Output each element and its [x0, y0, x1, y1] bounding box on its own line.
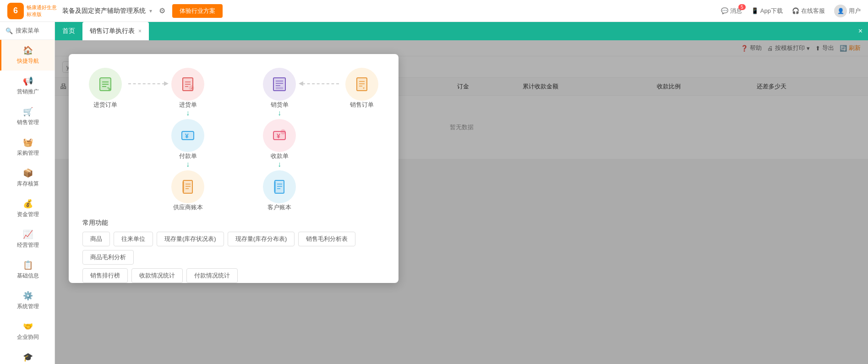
receipt-bill-label: 收款单 — [271, 152, 289, 160]
tab-close-icon[interactable]: × — [138, 28, 142, 34]
sidebar-item-label: 经营管理 — [17, 241, 39, 249]
basic-info-icon: 📋 — [23, 260, 33, 270]
logo-text: 畅康通好生意 标准版 — [27, 4, 57, 17]
sales-order-label: 销售订单 — [350, 101, 374, 109]
sales-bill-icon — [263, 68, 296, 101]
system-title-area: 装备及固定资产辅助管理系统 ▾ ⚙ 体验行业方案 — [62, 4, 721, 18]
func-button-0[interactable]: 商品 — [82, 232, 110, 246]
sidebar: 🔍 搜索菜单 🏠 快捷导航 📢 营销推广 🛒 销售管理 🧺 采购管理 📦 库存核… — [0, 22, 55, 364]
payment-bill-icon: ¥ — [171, 119, 204, 152]
sidebar-item-operation[interactable]: 📈 经营管理 — [0, 224, 55, 255]
operation-icon: 📈 — [23, 229, 33, 239]
sales-order-icon — [345, 68, 378, 101]
sidebar-item-purchase[interactable]: 🧺 采购管理 — [0, 132, 55, 163]
func-buttons-row1: 商品往来单位现存量(库存状况表)现存量(库存分布表)销售毛利分析表商品毛利分析 — [82, 232, 385, 265]
sidebar-item-label: 系统管理 — [17, 303, 39, 310]
func-button-4[interactable]: 销售毛利分析表 — [298, 232, 355, 246]
func-buttons-row2: 销售排行榜收款情况统计付款情况统计 — [82, 268, 385, 283]
message-button[interactable]: 💬 消息 5 — [721, 7, 742, 15]
marketing-icon: 📢 — [23, 76, 33, 86]
app-download-button[interactable]: 📱 App下载 — [751, 7, 783, 15]
sales-icon: 🛒 — [23, 107, 33, 117]
flow-node-supplier-ledger[interactable]: 供应商账本 — [165, 170, 211, 212]
purchase-bill-icon: ✓ — [171, 68, 204, 101]
func-button-2[interactable]: 现存量(库存状况表) — [157, 232, 224, 246]
svg-rect-38 — [274, 181, 276, 192]
sidebar-item-sales[interactable]: 🛒 销售管理 — [0, 101, 55, 132]
purchase-icon: 🧺 — [23, 137, 33, 147]
header-right: 💬 消息 5 📱 App下载 🎧 在线客服 👤 用户 — [721, 5, 861, 17]
popup-overlay: 进货订单 ▶ — [55, 40, 868, 364]
sidebar-item-system[interactable]: ⚙️ 系统管理 — [0, 285, 55, 316]
supplier-ledger-icon — [171, 170, 204, 203]
payment-bill-label: 付款单 — [179, 152, 197, 160]
purchase-order-icon — [89, 68, 122, 101]
flow-node-customer-ledger[interactable]: 客户账本 — [257, 170, 302, 212]
svg-text:¥: ¥ — [277, 132, 280, 140]
logo-icon: 6 — [7, 3, 24, 19]
user-label: 用户 — [849, 7, 861, 15]
search-menu[interactable]: 🔍 搜索菜单 — [0, 22, 55, 40]
popup-box: 进货订单 ▶ — [69, 54, 399, 283]
tab-bar: 首页 销售订单执行表 × × — [55, 22, 868, 40]
flow-node-purchase-bill[interactable]: ✓ 进货单 — [165, 68, 211, 109]
svg-rect-36 — [275, 180, 284, 193]
capital-icon: 💰 — [23, 199, 33, 209]
system-dropdown-arrow[interactable]: ▾ — [149, 8, 152, 14]
flow-node-purchase-order[interactable]: 进货订单 — [82, 68, 128, 109]
flow-node-payment-bill[interactable]: ¥ 付款单 — [165, 119, 211, 160]
flow-node-sales-bill[interactable]: 销货单 — [257, 68, 302, 109]
func-button-5[interactable]: 商品毛利分析 — [82, 250, 134, 265]
sales-bill-label: 销货单 — [271, 101, 289, 109]
sidebar-item-quick-guide[interactable]: 🏠 快捷导航 — [0, 40, 55, 71]
tab-bar-close-button[interactable]: × — [858, 27, 863, 35]
func-button-7[interactable]: 收款情况统计 — [131, 268, 183, 283]
svg-rect-18 — [357, 78, 367, 91]
home-icon: 🏠 — [23, 45, 33, 55]
sidebar-item-newbie[interactable]: 🎓 新手引导 — [0, 347, 55, 364]
common-functions-title: 常用功能 — [82, 219, 385, 227]
svg-rect-30 — [183, 180, 192, 193]
sidebar-item-label: 库存核算 — [17, 180, 39, 188]
common-functions: 常用功能 商品往来单位现存量(库存状况表)现存量(库存分布表)销售毛利分析表商品… — [82, 219, 385, 283]
customer-ledger-label: 客户账本 — [267, 203, 291, 212]
message-badge: 5 — [738, 4, 746, 10]
enterprise-icon: 🤝 — [23, 321, 33, 331]
svg-point-29 — [281, 130, 285, 134]
tab-sales-order[interactable]: 销售订单执行表 × — [82, 22, 149, 40]
customer-ledger-icon — [263, 170, 296, 203]
page-content: ❓ 帮助 🖨 按模板打印 ▾ ⬆ 导出 🔄 刷新 — [55, 40, 868, 364]
sidebar-item-capital[interactable]: 💰 资金管理 — [0, 193, 55, 224]
sidebar-item-label: 销售管理 — [17, 119, 39, 126]
settings-icon[interactable]: ⚙ — [156, 5, 169, 17]
main-layout: 🔍 搜索菜单 🏠 快捷导航 📢 营销推广 🛒 销售管理 🧺 采购管理 📦 库存核… — [0, 22, 868, 364]
tab-home[interactable]: 首页 — [55, 22, 82, 40]
top-header: 6 畅康通好生意 标准版 装备及固定资产辅助管理系统 ▾ ⚙ 体验行业方案 💬 … — [0, 0, 868, 22]
sidebar-item-label: 资金管理 — [17, 211, 39, 218]
func-button-3[interactable]: 现存量(库存分布表) — [228, 232, 295, 246]
search-icon: 🔍 — [5, 27, 13, 34]
func-button-6[interactable]: 销售排行榜 — [82, 268, 128, 283]
func-button-1[interactable]: 往来单位 — [114, 232, 153, 246]
purchase-bill-label: 进货单 — [179, 101, 197, 109]
receipt-bill-icon: ¥ — [263, 119, 296, 152]
sidebar-item-enterprise[interactable]: 🤝 企业协同 — [0, 316, 55, 347]
sidebar-item-inventory[interactable]: 📦 库存核算 — [0, 163, 55, 193]
sidebar-item-label: 基础信息 — [17, 272, 39, 280]
func-button-8[interactable]: 付款情况统计 — [186, 268, 238, 283]
system-title: 装备及固定资产辅助管理系统 — [62, 7, 146, 15]
sidebar-item-marketing[interactable]: 📢 营销推广 — [0, 71, 55, 101]
content-area: 首页 销售订单执行表 × × ❓ 帮助 🖨 按模板打印 ▾ — [55, 22, 868, 364]
flow-node-sales-order[interactable]: 销售订单 — [339, 68, 385, 109]
newbie-icon: 🎓 — [23, 352, 33, 362]
user-menu[interactable]: 👤 用户 — [834, 5, 861, 17]
sidebar-item-basic-info[interactable]: 📋 基础信息 — [0, 255, 55, 285]
sidebar-item-label: 快捷导航 — [17, 57, 39, 65]
supplier-ledger-label: 供应商账本 — [173, 203, 203, 212]
logo-area: 6 畅康通好生意 标准版 — [7, 3, 62, 19]
message-icon: 💬 — [721, 7, 728, 14]
flow-node-receipt-bill[interactable]: ¥ 收款单 — [257, 119, 302, 160]
try-industry-button[interactable]: 体验行业方案 — [172, 4, 223, 18]
svg-text:¥: ¥ — [185, 132, 189, 140]
online-service-button[interactable]: 🎧 在线客服 — [792, 7, 825, 15]
